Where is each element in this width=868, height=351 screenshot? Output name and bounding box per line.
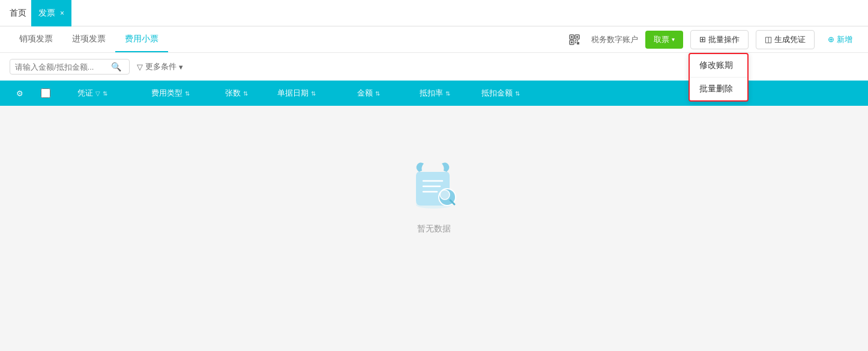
more-filter-button[interactable]: ▽ 更多条件 ▾ <box>137 61 183 72</box>
select-all-checkbox[interactable] <box>41 88 50 98</box>
amount-sort-icon[interactable]: ⇅ <box>375 90 380 97</box>
invoice-tab-close[interactable]: × <box>60 9 64 17</box>
settings-icon[interactable]: ⚙ <box>16 89 23 98</box>
generate-voucher-button[interactable]: ◫ 生成凭证 <box>756 30 815 49</box>
qr-icon <box>568 34 580 46</box>
invoice-tab[interactable]: 发票 × <box>31 0 71 26</box>
voucher-sort-icon[interactable]: ⇅ <box>103 90 107 97</box>
th-voucher: 凭证 ▽ ⇅ <box>56 88 128 99</box>
svg-rect-3 <box>571 36 573 38</box>
deduct-amount-sort-icon[interactable]: ⇅ <box>515 90 520 97</box>
sub-tabs-left: 销项发票 进项发票 费用小票 <box>10 26 168 52</box>
more-filter-arrow: ▾ <box>179 63 183 72</box>
svg-rect-6 <box>575 40 576 41</box>
tab-expense[interactable]: 费用小票 <box>115 26 168 52</box>
batch-icon: ⊞ <box>699 35 706 44</box>
deduct-rate-sort-icon[interactable]: ⇅ <box>445 90 450 97</box>
empty-illustration <box>404 154 464 214</box>
th-date: 单据日期 ⇅ <box>261 88 333 99</box>
tax-account-button[interactable]: 税务数字账户 <box>591 34 638 45</box>
empty-state: 暂无数据 <box>0 106 868 258</box>
th-deduct-rate: 抵扣率 ⇅ <box>405 88 465 99</box>
svg-rect-7 <box>577 40 578 41</box>
take-ticket-arrow: ▾ <box>672 36 675 43</box>
svg-rect-8 <box>575 42 576 43</box>
th-checkbox[interactable] <box>35 88 56 98</box>
th-settings[interactable]: ⚙ <box>5 89 35 98</box>
search-icon[interactable]: 🔍 <box>111 62 121 72</box>
batch-ops-button[interactable]: ⊞ 批量操作 <box>690 30 749 49</box>
take-ticket-button[interactable]: 取票 ▾ <box>645 31 683 49</box>
batch-delete-item[interactable]: 批量删除 <box>690 78 747 100</box>
search-input[interactable] <box>15 63 111 72</box>
generate-icon: ◫ <box>765 35 772 44</box>
th-deduct-amount: 抵扣金额 ⇅ <box>465 88 537 99</box>
top-nav: 首页 发票 × <box>0 0 868 26</box>
sub-tabs-right: 税务数字账户 取票 ▾ ⊞ 批量操作 修改账期 批量删除 ◫ 生成凭证 ⊕ 新增 <box>565 30 858 49</box>
batch-ops-wrap: ⊞ 批量操作 修改账期 批量删除 <box>690 30 749 49</box>
expense-type-sort-icon[interactable]: ⇅ <box>185 90 190 97</box>
invoice-tab-label: 发票 <box>38 8 55 19</box>
svg-rect-4 <box>576 36 578 38</box>
date-sort-icon[interactable]: ⇅ <box>311 90 316 97</box>
svg-rect-9 <box>577 42 579 44</box>
tab-sales[interactable]: 销项发票 <box>10 26 62 52</box>
add-icon: ⊕ <box>828 35 834 44</box>
batch-dropdown-menu: 修改账期 批量删除 <box>689 53 749 102</box>
sub-tabs-bar: 销项发票 进项发票 费用小票 税务数字账户 取票 <box>0 26 868 53</box>
th-expense-type: 费用类型 ⇅ <box>128 88 212 99</box>
voucher-filter-icon[interactable]: ▽ <box>95 90 100 97</box>
count-sort-icon[interactable]: ⇅ <box>243 90 248 97</box>
modify-period-item[interactable]: 修改账期 <box>690 54 747 77</box>
search-wrap[interactable]: 🔍 <box>10 59 130 75</box>
th-count: 张数 ⇅ <box>212 88 261 99</box>
svg-point-15 <box>440 190 450 200</box>
add-button[interactable]: ⊕ 新增 <box>822 31 858 49</box>
home-link[interactable]: 首页 <box>10 8 26 19</box>
th-amount: 金额 ⇅ <box>333 88 405 99</box>
tab-input[interactable]: 进项发票 <box>62 26 115 52</box>
filter-icon: ▽ <box>137 63 143 72</box>
empty-text: 暂无数据 <box>417 224 451 234</box>
svg-rect-5 <box>571 41 573 43</box>
qr-button[interactable] <box>565 30 584 49</box>
